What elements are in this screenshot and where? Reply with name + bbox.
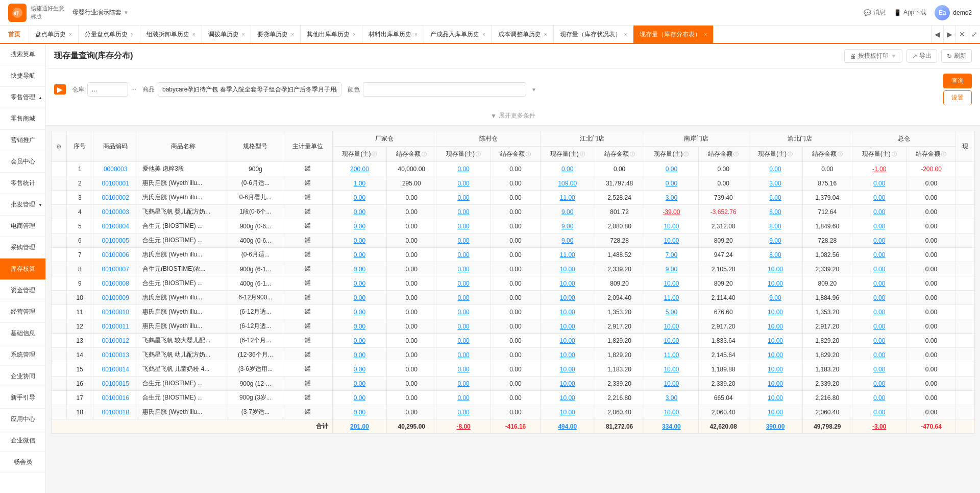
row-yubei-stock[interactable]: 10.00 bbox=[748, 391, 803, 405]
tab-9[interactable]: 现存量（库存状况表）× bbox=[554, 26, 634, 43]
query-btn[interactable]: 查询 bbox=[943, 74, 972, 88]
info-icon[interactable]: ⓘ bbox=[838, 151, 843, 158]
row-nanan-stock[interactable]: 10.00 bbox=[644, 319, 699, 334]
row-factory-stock[interactable]: 0.00 bbox=[332, 405, 387, 419]
summary-jiangbei-stock[interactable]: 494.00 bbox=[540, 419, 595, 434]
row-settings[interactable] bbox=[52, 248, 67, 262]
row-yubei-stock[interactable]: 3.00 bbox=[748, 176, 803, 191]
row-settings[interactable] bbox=[52, 305, 67, 319]
row-settings[interactable] bbox=[52, 362, 67, 377]
info-icon[interactable]: ⓘ bbox=[580, 151, 585, 158]
row-nanan-stock[interactable]: -39.00 bbox=[644, 205, 699, 219]
tab-6[interactable]: 材料出库单历史× bbox=[362, 26, 424, 43]
close-icon[interactable]: × bbox=[624, 32, 627, 37]
row-nanan-stock[interactable]: 10.00 bbox=[644, 362, 699, 377]
row-jiangbei-stock[interactable]: 10.00 bbox=[540, 348, 595, 362]
row-jiangbei-stock[interactable]: 9.00 bbox=[540, 205, 595, 219]
row-factory-stock[interactable]: 1.00 bbox=[332, 176, 387, 191]
row-yubei-stock[interactable]: 10.00 bbox=[748, 305, 803, 319]
row-settings[interactable] bbox=[52, 262, 67, 276]
app-download-btn[interactable]: 📱 App下载 bbox=[894, 8, 926, 17]
close-icon[interactable]: × bbox=[192, 32, 195, 37]
row-chenlin-stock[interactable]: 0.00 bbox=[436, 248, 491, 262]
row-factory-stock[interactable]: 0.00 bbox=[332, 191, 387, 205]
row-total-stock[interactable]: 0.00 bbox=[852, 233, 906, 248]
sidebar-item-basic-info[interactable]: 基础信息 bbox=[0, 323, 45, 344]
row-nanan-stock[interactable]: 10.00 bbox=[644, 276, 699, 291]
sidebar-item-member2[interactable]: 畅会员 bbox=[0, 452, 45, 473]
close-icon[interactable]: × bbox=[482, 32, 485, 37]
sidebar-item-app-center[interactable]: 应用中心 bbox=[0, 409, 45, 430]
sidebar-item-enterprise-collab[interactable]: 企业协同 bbox=[0, 366, 45, 387]
row-jiangbei-stock[interactable]: 10.00 bbox=[540, 377, 595, 391]
row-jiangbei-stock[interactable]: 10.00 bbox=[540, 334, 595, 348]
row-settings[interactable] bbox=[52, 276, 67, 291]
row-factory-stock[interactable]: 0.00 bbox=[332, 305, 387, 319]
row-total-stock[interactable]: 0.00 bbox=[852, 334, 906, 348]
row-jiangbei-stock[interactable]: 10.00 bbox=[540, 291, 595, 305]
setting-btn[interactable]: 设置 bbox=[943, 90, 972, 105]
row-chenlin-stock[interactable]: 0.00 bbox=[436, 162, 491, 176]
row-jiangbei-stock[interactable]: 109.00 bbox=[540, 176, 595, 191]
row-nanan-stock[interactable]: 11.00 bbox=[644, 291, 699, 305]
row-nanan-stock[interactable]: 10.00 bbox=[644, 219, 699, 233]
sidebar-item-ecommerce[interactable]: 电商管理 bbox=[0, 216, 45, 237]
company-selector[interactable]: 母婴行业演示陈套 ▼ bbox=[72, 8, 129, 17]
row-total-stock[interactable]: 0.00 bbox=[852, 176, 906, 191]
row-chenlin-stock[interactable]: 0.00 bbox=[436, 377, 491, 391]
row-chenlin-stock[interactable]: 0.00 bbox=[436, 391, 491, 405]
tab-8[interactable]: 成本调整单历史× bbox=[492, 26, 554, 43]
sidebar-item-wechat[interactable]: 企业微信 bbox=[0, 430, 45, 452]
tab-2[interactable]: 组装拆卸单历史× bbox=[140, 26, 202, 43]
row-jiangbei-stock[interactable]: 9.00 bbox=[540, 219, 595, 233]
row-jiangbei-stock[interactable]: 11.00 bbox=[540, 248, 595, 262]
user-name[interactable]: demo2 bbox=[953, 9, 972, 16]
tab-3[interactable]: 调拨单历史× bbox=[202, 26, 252, 43]
tab-4[interactable]: 要货单历史× bbox=[251, 26, 301, 43]
sidebar-item-retail-mall[interactable]: 零售商城 bbox=[0, 108, 45, 130]
row-yubei-stock[interactable]: 10.00 bbox=[748, 334, 803, 348]
row-yubei-stock[interactable]: 10.00 bbox=[748, 348, 803, 362]
warehouse-ellipsis[interactable]: ··· bbox=[131, 86, 136, 93]
row-nanan-stock[interactable]: 7.00 bbox=[644, 248, 699, 262]
sidebar-item-member[interactable]: 会员中心 bbox=[0, 151, 45, 173]
row-jiangbei-stock[interactable]: 11.00 bbox=[540, 191, 595, 205]
row-yubei-stock[interactable]: 8.00 bbox=[748, 248, 803, 262]
row-yubei-stock[interactable]: 9.00 bbox=[748, 233, 803, 248]
row-settings[interactable] bbox=[52, 391, 67, 405]
row-jiangbei-stock[interactable]: 10.00 bbox=[540, 305, 595, 319]
sidebar-item-retail-stats[interactable]: 零售统计 bbox=[0, 173, 45, 194]
row-total-stock[interactable]: 0.00 bbox=[852, 305, 906, 319]
row-yubei-stock[interactable]: 10.00 bbox=[748, 405, 803, 419]
tab-0[interactable]: 盘点单历史× bbox=[29, 26, 79, 43]
row-total-stock[interactable]: 0.00 bbox=[852, 276, 906, 291]
sidebar-item-quicknav[interactable]: 快捷导航 bbox=[0, 65, 45, 87]
summary-nanan-stock[interactable]: 334.00 bbox=[644, 419, 699, 434]
row-factory-stock[interactable]: 0.00 bbox=[332, 219, 387, 233]
sidebar-item-retail-mgmt[interactable]: 零售管理 bbox=[0, 87, 45, 108]
expand-btn[interactable]: ▼ 展开更多条件 bbox=[491, 111, 535, 120]
row-total-stock[interactable]: 0.00 bbox=[852, 248, 906, 262]
row-yubei-stock[interactable]: 10.00 bbox=[748, 377, 803, 391]
row-total-stock[interactable]: 0.00 bbox=[852, 219, 906, 233]
row-jiangbei-stock[interactable]: 10.00 bbox=[540, 405, 595, 419]
row-chenlin-stock[interactable]: 0.00 bbox=[436, 305, 491, 319]
sidebar-item-marketing[interactable]: 营销推广 bbox=[0, 130, 45, 151]
row-nanan-stock[interactable]: 0.00 bbox=[644, 176, 699, 191]
nav-next-btn[interactable]: ▶ bbox=[943, 26, 955, 43]
row-settings[interactable] bbox=[52, 348, 67, 362]
row-jiangbei-stock[interactable]: 10.00 bbox=[540, 262, 595, 276]
row-chenlin-stock[interactable]: 0.00 bbox=[436, 262, 491, 276]
export-btn[interactable]: ↗ 导出 bbox=[906, 49, 937, 63]
sidebar-item-inventory[interactable]: 库存核算 bbox=[0, 259, 45, 280]
product-input[interactable] bbox=[158, 82, 341, 97]
row-total-stock[interactable]: -1.00 bbox=[852, 162, 906, 176]
info-icon[interactable]: ⓘ bbox=[476, 151, 481, 158]
row-factory-stock[interactable]: 0.00 bbox=[332, 276, 387, 291]
row-factory-stock[interactable]: 0.00 bbox=[332, 334, 387, 348]
row-chenlin-stock[interactable]: 0.00 bbox=[436, 291, 491, 305]
row-factory-stock[interactable]: 0.00 bbox=[332, 391, 387, 405]
close-icon[interactable]: × bbox=[704, 32, 707, 37]
summary-chenlin-stock[interactable]: -8.00 bbox=[436, 419, 491, 434]
close-icon[interactable]: × bbox=[131, 32, 134, 37]
